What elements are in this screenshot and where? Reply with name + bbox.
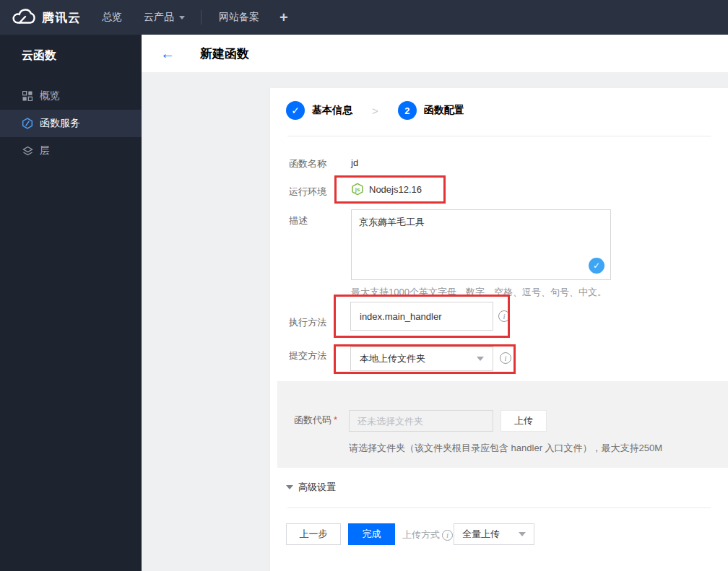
function-code-hint: 请选择文件夹（该文件夹根目录应包含 handler 入口文件），最大支持250M: [349, 442, 662, 455]
layers-icon: [22, 145, 33, 157]
step-indicator: 基本信息 2 函数配置: [286, 101, 464, 120]
step1-done-check-icon: [286, 101, 305, 120]
finish-button[interactable]: 完成: [348, 523, 395, 545]
tencent-cloud-console: 腾讯云 总览 云产品 网站备案 + 云函数 概览: [0, 0, 728, 571]
steps-divider: [287, 136, 711, 136]
create-function-card: 基本信息 2 函数配置 函数名称 jd 运行环境 js Nodejs12.16 …: [270, 88, 728, 571]
add-tab-button[interactable]: +: [280, 9, 288, 26]
step-chevron-icon: [372, 105, 378, 117]
runtime-value-row: js Nodejs12.16: [351, 183, 422, 196]
nav-item-website-record[interactable]: 网站备案: [219, 11, 259, 24]
advanced-settings-toggle[interactable]: 高级设置: [286, 481, 336, 494]
sidebar-item-label: 概览: [40, 90, 60, 103]
handler-label: 执行方法: [289, 316, 350, 329]
description-value: 京东薅羊毛工具: [359, 217, 425, 227]
tencent-cloud-logo-icon: [11, 9, 35, 26]
valid-check-icon: [589, 258, 604, 274]
function-code-section: 函数代码* 上传 请选择文件夹（该文件夹根目录应包含 handler 入口文件）…: [277, 381, 728, 468]
page-header: 新建函数: [142, 35, 728, 72]
nav-item-products[interactable]: 云产品: [144, 11, 185, 24]
select-caret-icon: [477, 357, 484, 361]
sidebar-item-function-service[interactable]: 函数服务: [0, 110, 142, 137]
triangle-down-icon: [286, 485, 293, 489]
function-name-value: jd: [351, 157, 358, 168]
submit-method-label: 提交方法: [289, 349, 350, 362]
page-title: 新建函数: [200, 45, 249, 62]
nav-divider: [201, 10, 202, 25]
sidebar: 云函数 概览: [0, 35, 142, 571]
chevron-down-icon: [179, 16, 185, 19]
back-button[interactable]: [160, 46, 175, 61]
runtime-label: 运行环境: [289, 186, 350, 199]
function-name-label: 函数名称: [289, 157, 350, 170]
upload-button[interactable]: 上传: [500, 410, 547, 432]
handler-info-icon[interactable]: [498, 310, 510, 322]
footer-divider: [287, 507, 711, 508]
step2-label: 函数配置: [424, 104, 464, 117]
upload-mode-value: 全量上传: [462, 528, 500, 541]
runtime-value: Nodejs12.16: [369, 184, 422, 195]
nav-products-label: 云产品: [144, 11, 174, 24]
previous-step-button[interactable]: 上一步: [286, 523, 341, 545]
nav-item-overview[interactable]: 总览: [102, 11, 122, 24]
scf-hexagon-icon: [22, 118, 33, 129]
function-code-label-text: 函数代码: [294, 414, 332, 425]
top-navbar: 腾讯云 总览 云产品 网站备案 +: [0, 0, 728, 35]
step2-number-badge: 2: [398, 101, 417, 120]
sidebar-item-label: 函数服务: [40, 117, 80, 130]
svg-text:js: js: [355, 186, 360, 193]
description-hint: 最大支持1000个英文字母、数字、空格、逗号、句号、中文。: [351, 286, 607, 299]
nodejs-icon: js: [351, 183, 364, 196]
upload-mode: 上传方式: [402, 528, 453, 541]
brand-name: 腾讯云: [42, 9, 81, 26]
sidebar-item-layers[interactable]: 层: [0, 137, 142, 165]
sidebar-item-overview[interactable]: 概览: [0, 82, 142, 110]
submit-method-info-icon[interactable]: [500, 352, 511, 364]
advanced-settings-label: 高级设置: [298, 481, 336, 494]
description-textarea[interactable]: 京东薅羊毛工具: [351, 209, 611, 280]
upload-mode-select[interactable]: 全量上传: [454, 523, 534, 545]
upload-mode-label: 上传方式: [402, 528, 440, 541]
function-code-label: 函数代码*: [294, 414, 337, 427]
sidebar-title: 云函数: [0, 35, 142, 64]
submit-method-value: 本地上传文件夹: [360, 352, 425, 365]
step1-label: 基本信息: [312, 104, 352, 117]
submit-method-select[interactable]: 本地上传文件夹: [350, 346, 493, 371]
upload-mode-info-icon[interactable]: [442, 530, 453, 541]
grid-icon: [22, 90, 33, 102]
select-caret-icon: [519, 532, 526, 536]
sidebar-menu: 概览 函数服务 层: [0, 82, 142, 165]
description-label: 描述: [289, 214, 350, 227]
sidebar-item-label: 层: [40, 144, 50, 157]
required-asterisk: *: [334, 414, 337, 425]
handler-input[interactable]: [350, 302, 493, 331]
folder-path-input[interactable]: [349, 410, 493, 432]
